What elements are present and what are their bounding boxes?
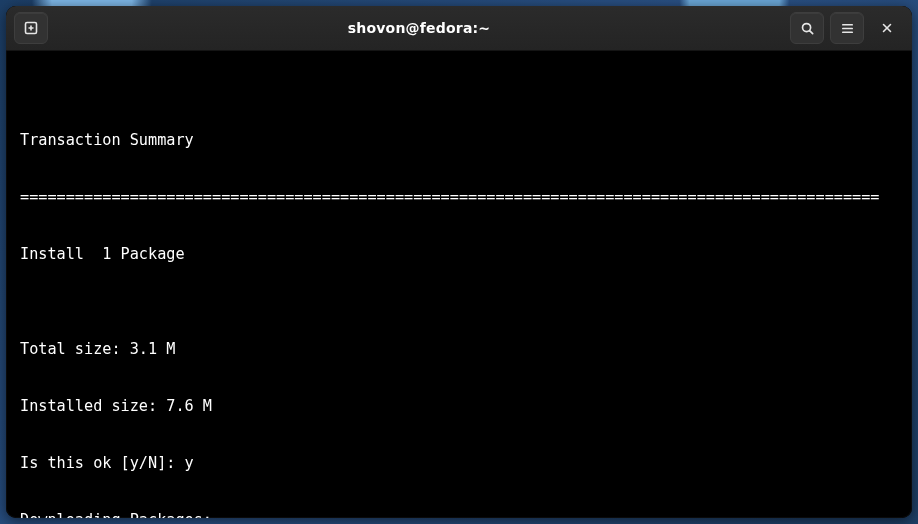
search-icon [800,21,815,36]
menu-button[interactable] [830,12,864,44]
separator-line: ========================================… [6,188,912,207]
window-title: shovon@fedora:~ [54,20,784,36]
terminal-line: Total size: 3.1 M [6,340,912,359]
terminal-line: Downloading Packages: [6,511,912,518]
terminal-line: Installed size: 7.6 M [6,397,912,416]
close-button[interactable] [870,12,904,44]
svg-line-4 [809,30,812,33]
new-tab-button[interactable] [14,12,48,44]
titlebar: shovon@fedora:~ [6,6,912,51]
terminal-line: Is this ok [y/N]: y [6,454,912,473]
close-icon [880,21,894,35]
terminal-line: Install 1 Package [6,245,912,264]
terminal-window: shovon@fedora:~ Transaction Summary ====… [6,6,912,518]
terminal-line: Transaction Summary [6,131,912,150]
new-tab-icon [23,20,39,36]
search-button[interactable] [790,12,824,44]
terminal-body[interactable]: Transaction Summary ====================… [6,51,912,518]
hamburger-icon [840,21,855,36]
